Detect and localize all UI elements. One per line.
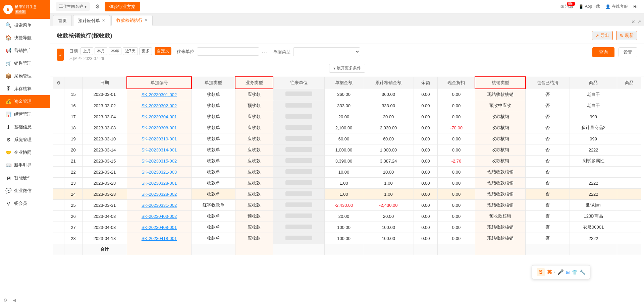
solution-button[interactable]: 体验行业方案 [105, 2, 140, 11]
sidebar-item-operation[interactable]: 📊经营管理 [0, 108, 50, 121]
sidebar-item-marketing[interactable]: 📢营销推广 [0, 44, 50, 57]
bill-no-link[interactable]: SK-20230314-001 [142, 147, 177, 152]
cell-date: 2023-03-08 [82, 122, 127, 133]
cell-product: 999 [570, 133, 617, 144]
bill-no-link[interactable]: SK-20230302-002 [142, 103, 177, 108]
bill-no-link[interactable]: SK-20230301-002 [142, 92, 177, 97]
tools-icon[interactable]: 🔧 [580, 269, 585, 275]
cell-amount: 100.00 [324, 233, 363, 244]
message-button[interactable]: ✉ 消息 99+ [560, 4, 573, 9]
bill-type-select[interactable] [293, 47, 360, 56]
bill-no-link[interactable]: SK-20230328-002 [142, 192, 177, 197]
close-icon[interactable]: ✕ [631, 19, 635, 24]
cell-date: 2023-04-03 [82, 211, 127, 222]
watermark-logo: S [537, 268, 545, 276]
export-button[interactable]: ↗ 导出 [592, 31, 613, 40]
sidebar-item-finance[interactable]: 💰资金管理 [0, 95, 50, 108]
counterpart-input[interactable] [197, 47, 259, 56]
bill-no-link[interactable]: SK-20230418-001 [142, 236, 177, 241]
sidebar-item-inventory[interactable]: 🗄库存核算 [0, 82, 50, 95]
bill-no-link[interactable]: SK-20230408-001 [142, 225, 177, 230]
sidebar-item-guide[interactable]: 📖新手引导 [0, 159, 50, 172]
workspace-selector[interactable]: 工作空间名称 ▾ [56, 2, 90, 11]
cell-product: 老白干 [570, 100, 617, 111]
gear-icon[interactable]: ⚙ [93, 2, 102, 11]
col-header-counterpart: 往来单位 [273, 77, 325, 89]
sidebar-item-hardware[interactable]: 🖥智能硬件 [0, 172, 50, 184]
sidebar-item-corp[interactable]: 🤝企业协同 [0, 146, 50, 159]
sidebar-item-member[interactable]: V畅会员 [0, 197, 50, 210]
sidebar-collapse-icon[interactable]: ◀ [13, 298, 16, 303]
cell-biz_type: 预收款 [235, 211, 273, 222]
sidebar-label-member: 畅会员 [14, 200, 27, 206]
sidebar-item-quicknav[interactable]: 🏠快捷导航 [0, 32, 50, 44]
cell-cancel_type: 现结收款核销 [475, 89, 525, 100]
tab-home[interactable]: 首页 [53, 15, 72, 26]
tab-label-receipt-cancel: 收款核销执行 [116, 17, 143, 23]
refresh-button[interactable]: ↻ 刷新 [616, 31, 637, 40]
cell-num: 19 [64, 133, 83, 144]
bill-no-link[interactable]: SK-20230310-001 [142, 136, 177, 141]
cell-discount: 0.00 [438, 111, 475, 122]
tab-receipt-cancel[interactable]: 收款核销执行✕ [111, 15, 153, 26]
maximize-icon[interactable]: ⤢ [637, 19, 641, 24]
date-btn-更多[interactable]: 更多 [139, 47, 152, 55]
tab-close-receipt-cancel[interactable]: ✕ [145, 18, 148, 22]
cell-product2 [617, 222, 641, 233]
more-filters-dots[interactable]: ... [262, 49, 268, 54]
cell-date: 2023-03-01 [82, 89, 127, 100]
sidebar-label-system: 系统管理 [14, 137, 32, 143]
date-btn-本年[interactable]: 本年 [109, 47, 121, 55]
expand-more-button[interactable]: ▾ 展开更多条件 [329, 64, 365, 73]
sidebar-item-purchase[interactable]: 📦采购管理 [0, 70, 50, 82]
bill-no-link[interactable]: SK-20230304-001 [142, 114, 177, 119]
sidebar-icon-guide: 📖 [5, 162, 11, 168]
tab-bar: 首页预计应付单✕收款核销执行✕ ✕ ⤢ [50, 13, 644, 26]
mic-icon[interactable]: 🎤 [557, 269, 564, 275]
service-button[interactable]: 👤 在线客服 [605, 4, 628, 9]
sidebar-label-wechat: 企业微信 [14, 188, 32, 194]
tab-prepay[interactable]: 预计应付单✕ [73, 15, 110, 26]
sidebar-icon-inventory: 🗄 [5, 86, 11, 92]
date-btn-本月[interactable]: 本月 [95, 47, 107, 55]
sidebar-item-sales[interactable]: 🛒销售管理 [0, 57, 50, 70]
cell-total_cancel: 2,030.00 [363, 122, 414, 133]
bill-no-link[interactable]: SK-20230331-002 [142, 203, 177, 208]
bill-no-link[interactable]: SK-20230321-003 [142, 170, 177, 175]
app-download-button[interactable]: 📱 App下载 [579, 4, 600, 9]
bill-no-link[interactable]: SK-20230403-002 [142, 214, 177, 219]
blurred-counterpart [285, 136, 312, 141]
footer-cell-8 [414, 244, 437, 255]
cell-bill_no: SK-20230304-001 [127, 111, 191, 122]
shirt-icon[interactable]: 👕 [572, 269, 578, 275]
cell-counterpart [273, 200, 325, 211]
sidebar-label-operation: 经营管理 [14, 111, 32, 117]
table-row: 212023-03-15SK-20230315-002收款单应收款3,390.0… [53, 156, 641, 167]
sidebar-icon-quicknav: 🏠 [5, 35, 11, 41]
bill-no-link[interactable]: SK-20230328-001 [142, 181, 177, 186]
date-btn-上月[interactable]: 上月 [80, 47, 93, 55]
cell-biz_type: 应收款 [235, 222, 273, 233]
date-btn-近7天[interactable]: 近7天 [123, 47, 138, 55]
footer-cell-13 [617, 244, 641, 255]
bill-no-link[interactable]: SK-20230308-001 [142, 125, 177, 130]
sidebar-item-basic[interactable]: ℹ基础信息 [0, 121, 50, 133]
filter-collapse-button[interactable]: » [57, 49, 64, 61]
query-button[interactable]: 查询 [592, 47, 614, 57]
grid-icon[interactable]: ⊞ [566, 269, 570, 275]
english-icon[interactable]: 英 [547, 269, 552, 275]
footer-cell-2 [127, 244, 191, 255]
sidebar-settings-icon[interactable]: ⚙ [3, 298, 7, 303]
cell-num: 25 [64, 200, 83, 211]
sidebar-item-search[interactable]: 🔍搜索菜单 [0, 19, 50, 32]
cell-product2 [617, 89, 641, 100]
cell-biz_type: 应收款 [235, 133, 273, 144]
cell-total_cancel: 100.00 [363, 222, 414, 233]
cell-amount: 10.00 [324, 167, 363, 178]
settings-button[interactable]: 设置 [619, 47, 637, 57]
tab-close-prepay[interactable]: ✕ [102, 18, 105, 23]
bill-no-link[interactable]: SK-20230315-002 [142, 159, 177, 164]
sidebar-item-system[interactable]: ⚙系统管理 [0, 133, 50, 146]
custom-date-button[interactable]: 自定义 [155, 47, 171, 55]
sidebar-item-wechat[interactable]: 💬企业微信 [0, 184, 50, 197]
